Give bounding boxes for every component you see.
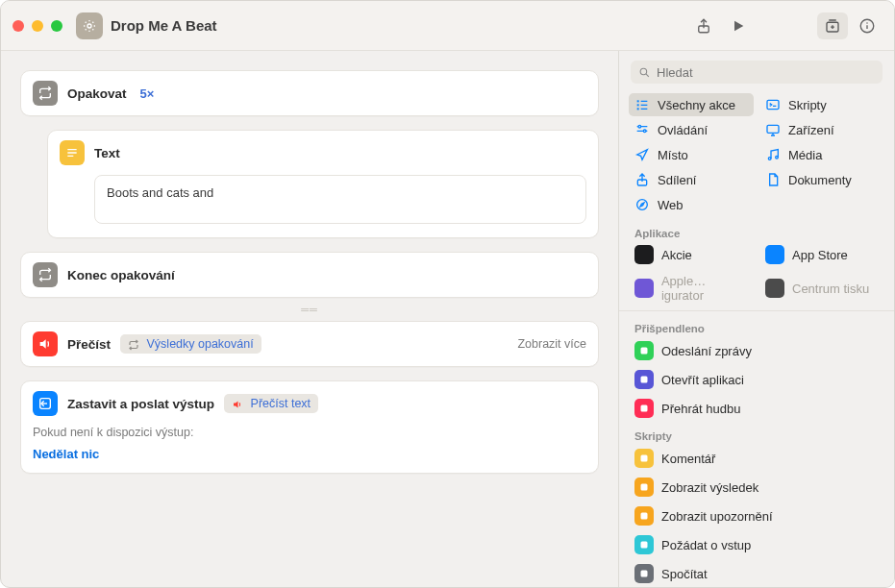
action-title: Opakovat xyxy=(67,86,127,101)
apps-header: Aplikace xyxy=(619,220,894,241)
category-label: Web xyxy=(658,198,684,212)
no-output-value[interactable]: Nedělat nic xyxy=(33,445,99,463)
repeat-count-token[interactable]: 5× xyxy=(140,86,155,101)
svg-point-17 xyxy=(637,200,648,210)
category-label: Místo xyxy=(658,148,688,162)
action-speak[interactable]: Přečíst Výsledky opakování Zobrazit více xyxy=(20,321,599,367)
search-input[interactable] xyxy=(657,65,875,80)
app-icon xyxy=(634,279,654,298)
action-title: Konec opakování xyxy=(67,268,175,282)
app-item[interactable]: Apple…igurator xyxy=(629,270,754,306)
list-item-label: Požádat o vstup xyxy=(661,538,751,552)
shortcut-title[interactable]: Drop Me A Beat xyxy=(111,17,217,34)
app-item[interactable]: App Store xyxy=(759,241,884,268)
list-item[interactable]: Komentář xyxy=(629,444,884,473)
repeat-icon xyxy=(33,262,58,287)
app-icon xyxy=(765,245,784,264)
svg-rect-13 xyxy=(767,125,779,133)
separator xyxy=(619,310,894,311)
svg-point-14 xyxy=(768,158,771,160)
list-item[interactable]: Odeslání zprávy xyxy=(629,336,884,365)
action-stop-output[interactable]: Zastavit a poslat výstup Přečíst text Po… xyxy=(20,380,599,474)
category-label: Všechny akce xyxy=(658,98,735,112)
share-icon xyxy=(634,172,650,187)
category-label: Skripty xyxy=(788,98,827,112)
category-terminal[interactable]: Skripty xyxy=(759,93,884,116)
scripts-header: Skripty xyxy=(629,423,884,444)
list-item[interactable]: Požádat o vstup xyxy=(629,530,884,559)
list-item-label: Otevřít aplikaci xyxy=(661,373,744,387)
list-item-label: Odeslání zprávy xyxy=(661,344,752,358)
list-item[interactable]: Zobrazit upozornění xyxy=(629,502,884,530)
action-end-repeat[interactable]: Konec opakování xyxy=(20,252,599,298)
category-sliders[interactable]: Ovládání xyxy=(629,118,754,141)
app-label: Centrum tisku xyxy=(792,282,869,296)
category-label: Dokumenty xyxy=(788,173,852,187)
action-text[interactable]: Text Boots and cats and xyxy=(47,130,599,238)
minimize-window-button[interactable] xyxy=(32,20,43,32)
shortcut-icon xyxy=(76,12,103,39)
drag-handle-icon[interactable]: ══ xyxy=(301,304,318,315)
category-list[interactable]: Všechny akce xyxy=(629,93,754,116)
svg-point-6 xyxy=(640,68,647,75)
svg-point-4 xyxy=(866,22,868,24)
no-output-label: Pokud není k dispozici výstup: xyxy=(33,426,586,439)
output-icon xyxy=(33,391,58,416)
action-icon xyxy=(634,449,654,468)
svg-rect-8 xyxy=(637,104,639,106)
category-safari[interactable]: Web xyxy=(629,193,754,216)
zoom-window-button[interactable] xyxy=(51,20,62,32)
list-item-label: Přehrát hudbu xyxy=(661,402,740,416)
svg-rect-20 xyxy=(641,405,648,412)
action-title: Zastavit a poslat výstup xyxy=(67,397,214,411)
app-label: App Store xyxy=(792,248,848,262)
category-display[interactable]: Zařízení xyxy=(759,118,884,141)
safari-icon xyxy=(634,197,650,212)
actions-list[interactable]: Přišpendleno Odeslání zprávyOtevřít apli… xyxy=(619,315,894,587)
list-icon xyxy=(634,97,650,112)
list-item-label: Zobrazit výsledek xyxy=(661,480,758,495)
list-item[interactable]: Přehrát hudbu xyxy=(629,394,884,423)
action-icon xyxy=(634,370,654,389)
list-item[interactable]: Zobrazit výsledek xyxy=(629,473,884,502)
category-location[interactable]: Místo xyxy=(629,143,754,166)
category-doc[interactable]: Dokumenty xyxy=(759,168,884,191)
svg-rect-21 xyxy=(641,455,648,462)
app-icon xyxy=(765,279,784,298)
list-item-label: Zobrazit upozornění xyxy=(661,509,773,524)
workflow-canvas[interactable]: Opakovat 5× Text Boots and cats and xyxy=(1,51,619,587)
variable-token-speak-text[interactable]: Přečíst text xyxy=(224,394,318,413)
svg-rect-18 xyxy=(641,348,648,355)
list-item[interactable]: Spočítat xyxy=(629,559,884,587)
category-share[interactable]: Sdílení xyxy=(629,168,754,191)
action-title: Přečíst xyxy=(67,337,111,352)
search-field[interactable] xyxy=(631,61,883,84)
action-repeat[interactable]: Opakovat 5× xyxy=(20,70,599,116)
share-button[interactable] xyxy=(688,12,719,39)
svg-rect-24 xyxy=(641,542,648,549)
svg-point-0 xyxy=(87,24,91,28)
variable-token-repeat-results[interactable]: Výsledky opakování xyxy=(120,334,261,354)
app-label: Apple…igurator xyxy=(661,274,748,303)
action-icon xyxy=(634,478,654,497)
list-item-label: Spočítat xyxy=(661,567,708,581)
sliders-icon xyxy=(634,122,650,137)
search-icon xyxy=(638,66,651,79)
close-window-button[interactable] xyxy=(12,20,24,32)
list-item[interactable]: Otevřít aplikaci xyxy=(629,365,884,394)
category-label: Média xyxy=(788,148,822,162)
app-item[interactable]: Centrum tisku xyxy=(759,270,884,306)
doc-icon xyxy=(765,172,781,187)
app-item[interactable]: Akcie xyxy=(629,241,754,268)
category-grid: Všechny akceSkriptyOvládáníZařízeníMísto… xyxy=(619,91,894,220)
show-more-button[interactable]: Zobrazit více xyxy=(517,337,586,351)
repeat-icon xyxy=(33,81,58,106)
location-icon xyxy=(634,147,650,162)
action-icon xyxy=(634,506,654,526)
svg-rect-7 xyxy=(637,100,639,102)
category-music[interactable]: Média xyxy=(759,143,884,166)
text-input[interactable]: Boots and cats and xyxy=(94,175,586,224)
info-button[interactable] xyxy=(852,12,883,39)
library-toggle-button[interactable] xyxy=(817,12,848,39)
run-button[interactable] xyxy=(723,12,754,39)
